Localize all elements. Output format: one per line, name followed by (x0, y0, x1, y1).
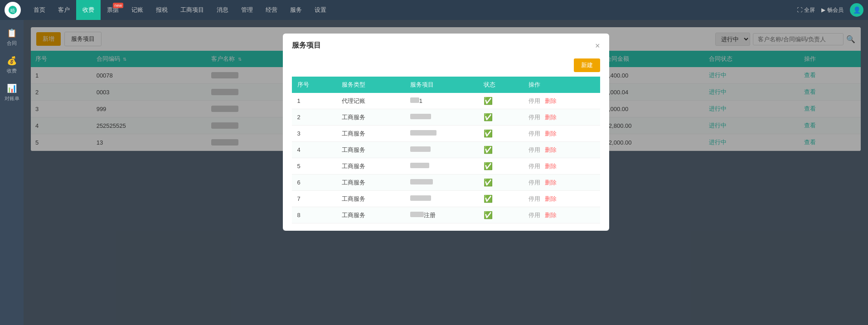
stop-link[interactable]: 停用 (529, 130, 540, 137)
modal-close-button[interactable]: × (595, 42, 600, 50)
status-check-icon: ✅ (484, 97, 493, 105)
nav-invoice[interactable]: 票据 new (101, 0, 125, 20)
nav-manage[interactable]: 管理 (235, 0, 259, 20)
main-content: 新增 服务项目 进行中 已完成 已终止 🔍 序号 合同编 (24, 20, 868, 325)
sidebar-item-statement[interactable]: 📊 对账单 (0, 80, 24, 106)
stop-link[interactable]: 停用 (529, 146, 540, 153)
modal-cell-action: 停用 删除 (523, 142, 600, 158)
service-modal: 服务项目 × 新建 序号 服务类型 服务项目 状态 (283, 34, 609, 231)
main-layout: 📋 合同 💰 收费 📊 对账单 新增 服务项目 进行中 已完成 已终止 (0, 20, 868, 325)
delete-link[interactable]: 删除 (545, 130, 557, 137)
delete-link[interactable]: 删除 (545, 195, 557, 202)
modal-cell-action: 停用 删除 (523, 93, 600, 109)
modal-cell-item (405, 175, 478, 191)
modal-title: 服务项目 (292, 41, 321, 50)
modal-table-row: 7 工商服务 ✅ 停用 删除 (292, 191, 600, 207)
nav-home[interactable]: 首页 (27, 0, 52, 20)
modal-body[interactable]: 序号 服务类型 服务项目 状态 操作 1 代理记账 1 ✅ 停用 删除 2 (283, 77, 609, 231)
nav-client[interactable]: 客户 (52, 0, 76, 20)
modal-cell-no: 7 (292, 191, 337, 207)
stop-link[interactable]: 停用 (529, 195, 540, 202)
nav-tax[interactable]: 报税 (150, 0, 174, 20)
modal-cell-type: 工商服务 (336, 207, 404, 223)
nav-message[interactable]: 消息 (210, 0, 235, 20)
modal-cell-type: 代理记账 (336, 93, 404, 109)
modal-cell-action: 停用 删除 (523, 158, 600, 175)
nav-settings[interactable]: 设置 (308, 0, 333, 20)
modal-cell-type: 工商服务 (336, 109, 404, 126)
modal-table-row: 4 工商服务 ✅ 停用 删除 (292, 142, 600, 158)
modal-overlay: 服务项目 × 新建 序号 服务类型 服务项目 状态 (24, 20, 868, 325)
sidebar: 📋 合同 💰 收费 📊 对账单 (0, 20, 24, 325)
status-check-icon: ✅ (484, 162, 493, 170)
status-check-icon: ✅ (484, 113, 493, 121)
modal-new-button[interactable]: 新建 (574, 58, 600, 72)
stop-link[interactable]: 停用 (529, 163, 540, 170)
play-icon: ▶ (821, 7, 825, 13)
status-check-icon: ✅ (484, 146, 493, 154)
modal-cell-item (405, 191, 478, 207)
modal-cell-no: 1 (292, 93, 337, 109)
nav-bookkeep[interactable]: 记账 (125, 0, 150, 20)
service-items-table: 序号 服务类型 服务项目 状态 操作 1 代理记账 1 ✅ 停用 删除 2 (292, 77, 600, 223)
modal-cell-type: 工商服务 (336, 158, 404, 175)
modal-cell-item: 1 (405, 93, 478, 109)
modal-cell-status: ✅ (478, 126, 523, 142)
modal-cell-action: 停用 删除 (523, 109, 600, 126)
delete-link[interactable]: 删除 (545, 212, 557, 218)
nav-fee[interactable]: 收费 (76, 0, 101, 20)
modal-cell-item (405, 158, 478, 175)
modal-toolbar: 新建 (283, 55, 609, 77)
statement-icon: 📊 (7, 83, 17, 93)
modal-cell-status: ✅ (478, 142, 523, 158)
sidebar-item-contract[interactable]: 📋 合同 (0, 24, 24, 50)
fee-icon: 💰 (7, 56, 17, 66)
app-logo: 晤 (5, 2, 21, 18)
top-navigation: 晤 首页 客户 收费 票据 new 记账 报税 工商项目 消息 管理 经营 服务… (0, 0, 868, 20)
modal-cell-type: 工商服务 (336, 126, 404, 142)
modal-table-row: 8 工商服务 注册 ✅ 停用 删除 (292, 207, 600, 223)
nav-items: 首页 客户 收费 票据 new 记账 报税 工商项目 消息 管理 经营 服务 设… (27, 0, 797, 20)
modal-header: 服务项目 × (283, 34, 609, 55)
modal-col-item: 服务项目 (405, 77, 478, 93)
user-avatar[interactable]: 👤 (850, 3, 863, 17)
delete-link[interactable]: 删除 (545, 163, 557, 170)
modal-cell-no: 6 (292, 175, 337, 191)
modal-col-status: 状态 (478, 77, 523, 93)
delete-link[interactable]: 删除 (545, 97, 557, 104)
status-check-icon: ✅ (484, 179, 493, 186)
modal-table-row: 2 工商服务 ✅ 停用 删除 (292, 109, 600, 126)
modal-cell-status: ✅ (478, 158, 523, 175)
modal-cell-item (405, 126, 478, 142)
delete-link[interactable]: 删除 (545, 146, 557, 153)
vip-btn[interactable]: ▶ 畅会员 (821, 6, 844, 14)
nav-industry[interactable]: 工商项目 (174, 0, 210, 20)
nav-service[interactable]: 服务 (284, 0, 308, 20)
modal-col-type: 服务类型 (336, 77, 404, 93)
delete-link[interactable]: 删除 (545, 114, 557, 121)
stop-link[interactable]: 停用 (529, 212, 540, 218)
modal-table-row: 1 代理记账 1 ✅ 停用 删除 (292, 93, 600, 109)
fullscreen-btn[interactable]: ⛶ 全屏 (797, 6, 815, 14)
delete-link[interactable]: 删除 (545, 179, 557, 186)
modal-cell-action: 停用 删除 (523, 207, 600, 223)
right-tools: ⛶ 全屏 ▶ 畅会员 👤 (797, 3, 863, 17)
modal-cell-type: 工商服务 (336, 175, 404, 191)
nav-operation[interactable]: 经营 (259, 0, 284, 20)
svg-text:晤: 晤 (10, 8, 15, 13)
status-check-icon: ✅ (484, 195, 493, 203)
stop-link[interactable]: 停用 (529, 114, 540, 121)
stop-link[interactable]: 停用 (529, 179, 540, 186)
status-check-icon: ✅ (484, 130, 493, 137)
modal-cell-status: ✅ (478, 93, 523, 109)
modal-cell-status: ✅ (478, 175, 523, 191)
modal-cell-no: 2 (292, 109, 337, 126)
stop-link[interactable]: 停用 (529, 97, 540, 104)
modal-cell-type: 工商服务 (336, 191, 404, 207)
modal-cell-no: 3 (292, 126, 337, 142)
contract-icon: 📋 (7, 28, 17, 38)
sidebar-item-fee[interactable]: 💰 收费 (0, 52, 24, 78)
modal-cell-action: 停用 删除 (523, 191, 600, 207)
modal-cell-action: 停用 删除 (523, 175, 600, 191)
fullscreen-icon: ⛶ (797, 7, 802, 13)
